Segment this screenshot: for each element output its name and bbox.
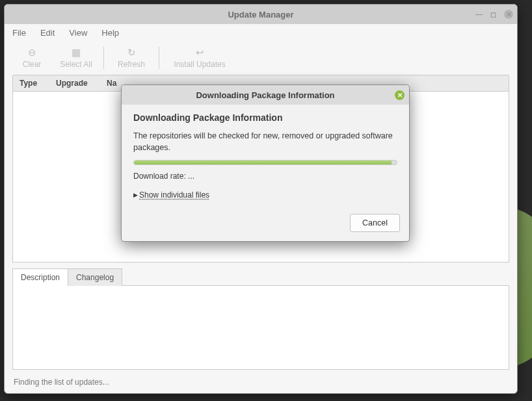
expander-arrow-icon: ▶ (133, 192, 138, 198)
tab-description[interactable]: Description (12, 268, 68, 286)
install-label: Install Updates (174, 60, 225, 69)
toolbar: ⊖ Clear ▦ Select All ↻ Refresh ↩ Install… (5, 41, 517, 75)
clear-icon: ⊖ (28, 47, 36, 58)
statusbar: Finding the list of updates... (5, 375, 517, 393)
modal-heading: Downloading Package Information (133, 112, 397, 123)
select-all-label: Select All (60, 60, 92, 69)
minimize-button[interactable]: — (475, 10, 483, 18)
progress-bar (133, 160, 397, 165)
details-tabs: Description Changelog (12, 268, 509, 285)
column-type[interactable]: Type (13, 79, 49, 88)
download-rate: Download rate: ... (133, 172, 397, 181)
modal-title: Downloading Package Information (196, 90, 334, 100)
toolbar-separator (159, 47, 159, 69)
install-updates-button[interactable]: ↩ Install Updates (167, 47, 232, 69)
menu-edit[interactable]: Edit (40, 28, 55, 38)
column-upgrade[interactable]: Upgrade (49, 79, 100, 88)
details-panel (12, 285, 509, 370)
menu-view[interactable]: View (69, 28, 87, 38)
refresh-label: Refresh (118, 60, 145, 69)
toolbar-separator (103, 47, 104, 69)
modal-close-button[interactable]: ✕ (395, 90, 405, 100)
download-modal: Downloading Package Information ✕ Downlo… (121, 84, 410, 242)
close-button[interactable]: ✕ (504, 10, 513, 19)
modal-message: The repositories will be checked for new… (133, 131, 397, 153)
maximize-button[interactable]: ◻ (490, 10, 496, 19)
refresh-button[interactable]: ↻ Refresh (112, 47, 151, 69)
progress-fill (134, 161, 392, 164)
expander-label: Show individual files (139, 190, 209, 200)
menu-file[interactable]: File (12, 28, 26, 38)
install-icon: ↩ (196, 47, 204, 58)
modal-actions: Cancel (122, 209, 409, 241)
select-all-icon: ▦ (72, 47, 81, 58)
clear-button[interactable]: ⊖ Clear (12, 47, 51, 69)
menubar: File Edit View Help (5, 24, 517, 41)
window-controls: — ◻ ✕ (475, 10, 513, 19)
show-files-expander[interactable]: ▶ Show individual files (133, 190, 209, 200)
tab-changelog[interactable]: Changelog (68, 268, 122, 286)
cancel-button[interactable]: Cancel (350, 214, 400, 232)
window-title: Update Manager (228, 10, 293, 19)
menu-help[interactable]: Help (101, 28, 119, 38)
refresh-icon: ↻ (127, 47, 136, 58)
clear-label: Clear (23, 60, 42, 69)
modal-titlebar: Downloading Package Information ✕ (122, 85, 409, 105)
modal-body: Downloading Package Information The repo… (122, 105, 409, 209)
select-all-button[interactable]: ▦ Select All (57, 47, 96, 69)
titlebar: Update Manager — ◻ ✕ (5, 5, 517, 24)
